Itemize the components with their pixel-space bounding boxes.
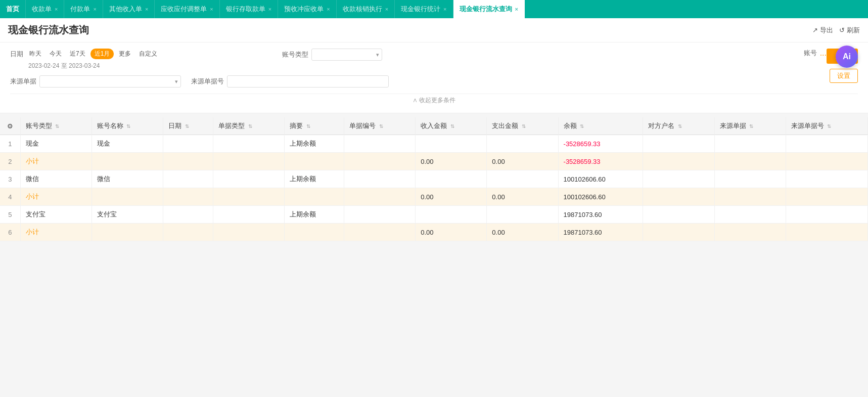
date-btn-more[interactable]: 更多: [116, 49, 134, 59]
table-cell: [416, 135, 487, 153]
nav-tab-receipt-close[interactable]: ×: [55, 6, 58, 12]
nav-tab-other-income[interactable]: 其他收入单 ×: [103, 0, 155, 18]
table-row[interactable]: 6小计0.000.0019871073.60: [0, 224, 868, 241]
nav-tab-home[interactable]: 首页: [0, 0, 26, 18]
col-source-doc[interactable]: 来源单据 ⇅: [714, 117, 786, 135]
sort-icon-expense: ⇅: [522, 123, 526, 129]
export-button[interactable]: ↗ 导出: [812, 26, 833, 35]
col-counterpart-label: 对方户名: [648, 122, 674, 129]
table-cell: [213, 224, 285, 241]
col-balance-label: 余额: [564, 122, 577, 129]
date-range-display: 2023-02-24 至 2023-03-24: [26, 62, 827, 70]
table-cell: 100102606.60: [558, 188, 643, 206]
col-expense[interactable]: 支出金额 ⇅: [487, 117, 558, 135]
nav-tab-payment[interactable]: 付款单 ×: [64, 0, 103, 18]
export-label: 导出: [820, 26, 833, 35]
table-cell: [643, 170, 714, 188]
col-expense-label: 支出金额: [492, 122, 518, 129]
table-cell: [786, 135, 867, 153]
nav-tab-cash-bank-flow-close[interactable]: ×: [515, 6, 518, 12]
ai-badge[interactable]: Ai: [836, 46, 858, 68]
nav-tab-bank-deposit-close[interactable]: ×: [268, 6, 271, 12]
table-row[interactable]: 5支付宝支付宝上期余额19871073.60: [0, 206, 868, 224]
table-cell: [643, 188, 714, 206]
table-cell: [344, 170, 415, 188]
date-btn-yesterday[interactable]: 昨天: [26, 49, 44, 59]
table-cell: 微信: [92, 170, 163, 188]
settings-button[interactable]: 设置: [830, 69, 858, 83]
col-summary[interactable]: 摘要 ⇅: [285, 117, 344, 135]
table-cell: [714, 224, 786, 241]
table-cell: [714, 188, 786, 206]
nav-tab-ar-ap-adjust-close[interactable]: ×: [210, 6, 213, 12]
nav-tab-cash-bank-stat-close[interactable]: ×: [443, 6, 446, 12]
nav-tab-ar-ap-adjust[interactable]: 应收应付调整单 ×: [155, 0, 219, 18]
table-cell: 19871073.60: [558, 206, 643, 224]
nav-tab-bank-deposit-label: 银行存取款单: [226, 5, 265, 14]
nav-tab-cash-bank-flow[interactable]: 现金银行流水查询 ×: [453, 0, 525, 18]
table-cell: [786, 153, 867, 170]
col-doc-no[interactable]: 单据编号 ⇅: [344, 117, 415, 135]
table-settings-icon[interactable]: ⚙: [7, 122, 13, 130]
table-row[interactable]: 3微信微信上期余额100102606.60: [0, 170, 868, 188]
table-cell: [416, 170, 487, 188]
account-type-select[interactable]: [311, 49, 382, 61]
table-row[interactable]: 1现金现金上期余额-3528659.33: [0, 135, 868, 153]
table-cell: [714, 206, 786, 224]
nav-tab-payment-close[interactable]: ×: [93, 6, 96, 12]
col-balance[interactable]: 余额 ⇅: [558, 117, 643, 135]
col-account-name[interactable]: 账号名称 ⇅: [92, 117, 163, 135]
source-doc-label: 来源单据: [10, 77, 36, 86]
refresh-button[interactable]: ↺ 刷新: [839, 26, 860, 35]
table-cell: 上期余额: [285, 170, 344, 188]
table-row[interactable]: 4小计0.000.00100102606.60: [0, 188, 868, 206]
nav-tab-receipt-label: 收款单: [32, 5, 52, 14]
table-cell: [487, 206, 558, 224]
col-source-doc-no[interactable]: 来源单据号 ⇅: [786, 117, 867, 135]
date-btn-custom[interactable]: 自定义: [136, 49, 160, 59]
nav-tab-other-income-close[interactable]: ×: [145, 6, 148, 12]
table-cell: 1: [0, 135, 20, 153]
table-cell: [714, 170, 786, 188]
nav-tab-prepaid-offset[interactable]: 预收冲应收单 ×: [278, 0, 336, 18]
sort-icon-doc-no: ⇅: [379, 123, 383, 129]
table-cell: [213, 170, 285, 188]
sort-icon-summary: ⇅: [306, 123, 310, 129]
source-doc-select[interactable]: [39, 75, 181, 87]
nav-tab-receipt-verify-close[interactable]: ×: [385, 6, 388, 12]
col-doc-type[interactable]: 单据类型 ⇅: [213, 117, 285, 135]
table-cell: [213, 188, 285, 206]
collapse-bar[interactable]: ∧ 收起更多条件: [10, 94, 858, 107]
col-settings[interactable]: ⚙: [0, 117, 20, 135]
date-btn-7days[interactable]: 近7天: [67, 49, 88, 59]
account-dots[interactable]: ...: [820, 49, 827, 58]
col-income[interactable]: 收入金额 ⇅: [416, 117, 487, 135]
nav-tab-receipt-verify[interactable]: 收款核销执行 ×: [337, 0, 395, 18]
col-date[interactable]: 日期 ⇅: [163, 117, 213, 135]
nav-tab-bank-deposit[interactable]: 银行存取款单 ×: [220, 0, 278, 18]
nav-tab-other-income-label: 其他收入单: [109, 5, 142, 14]
sort-icon-income: ⇅: [450, 123, 454, 129]
account-type-select-wrapper: [311, 49, 382, 61]
col-account-type[interactable]: 账号类型 ⇅: [20, 117, 92, 135]
date-btn-today[interactable]: 今天: [47, 49, 65, 59]
nav-tab-receipt[interactable]: 收款单 ×: [26, 0, 64, 18]
date-btn-1month[interactable]: 近1月: [90, 49, 114, 59]
source-doc-filter-group: 来源单据: [10, 75, 181, 87]
table-row[interactable]: 2小计0.000.00-3528659.33: [0, 153, 868, 170]
table-header-row: ⚙ 账号类型 ⇅ 账号名称 ⇅ 日期 ⇅ 单据类型 ⇅: [0, 117, 868, 135]
top-nav: 首页 收款单 × 付款单 × 其他收入单 × 应收应付调整单 × 银行存取款单 …: [0, 0, 868, 18]
table-cell: [344, 206, 415, 224]
table-cell: [213, 153, 285, 170]
source-doc-no-filter-group: 来源单据号: [191, 75, 827, 87]
nav-tab-prepaid-offset-close[interactable]: ×: [327, 6, 330, 12]
table-cell: [786, 188, 867, 206]
col-counterpart[interactable]: 对方户名 ⇅: [643, 117, 714, 135]
collapse-icon: ∧: [413, 97, 418, 104]
table-cell: 100102606.60: [558, 170, 643, 188]
source-doc-select-wrapper: [39, 75, 181, 87]
source-doc-no-input[interactable]: [227, 75, 389, 87]
nav-tab-cash-bank-stat[interactable]: 现金银行统计 ×: [395, 0, 453, 18]
sort-icon-doc-type: ⇅: [248, 123, 252, 129]
table-cell: [163, 135, 213, 153]
